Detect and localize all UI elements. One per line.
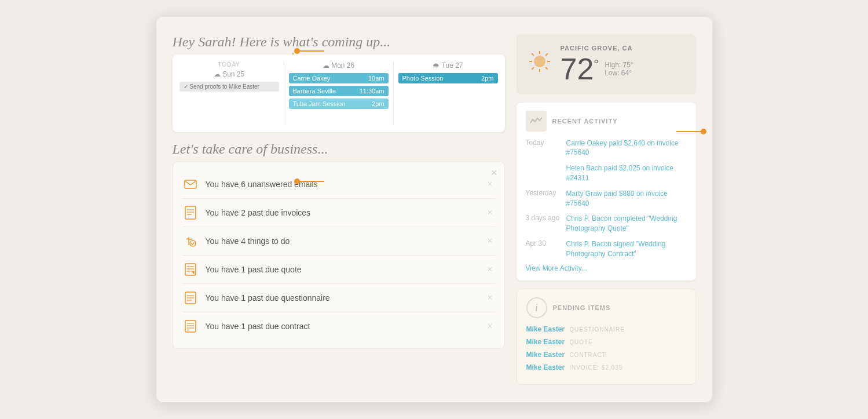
- pending-type-2: CONTRACT: [569, 352, 606, 358]
- task-questionnaire-text: You have 1 past due questionnaire: [206, 293, 485, 303]
- svg-point-18: [534, 56, 545, 67]
- email-icon: [182, 176, 199, 192]
- task-invoice-text: You have 2 past due invoices: [206, 208, 485, 217]
- event-carrie-oakey[interactable]: Carrie Oakey 10am: [289, 73, 389, 83]
- day-sun-label: TODAY ☁ Sun 25: [180, 61, 279, 78]
- main-card: Hey Sarah! Here is what's coming up... T…: [156, 17, 712, 403]
- day-tue-label: 🌧 Tue 27: [398, 61, 498, 70]
- activity-item-2: Yesterday Marty Graw paid $880 on invoic…: [526, 189, 687, 209]
- event-photo-session[interactable]: Photo Session 2pm: [398, 73, 498, 83]
- activity-date-3: 3 days ago: [526, 214, 561, 234]
- weather-temperature: 72°: [561, 54, 599, 84]
- activity-header: RECENT ACTIVITY: [526, 111, 687, 132]
- activity-title: RECENT ACTIVITY: [552, 118, 618, 125]
- task-invoice: You have 2 past due invoices ×: [182, 199, 495, 227]
- pending-item-0: Mike Easter QUESTIONNAIRE: [526, 325, 686, 333]
- tasks-widget: × You have 6 unanswered emails ×: [173, 162, 505, 349]
- svg-line-25: [545, 53, 548, 56]
- task-contract-dismiss[interactable]: ×: [485, 319, 495, 334]
- activity-widget: RECENT ACTIVITY Today Carrie Oakey paid …: [517, 103, 696, 281]
- pending-type-1: QUOTE: [569, 339, 593, 345]
- task-email: You have 6 unanswered emails ×: [182, 170, 495, 199]
- weather-temp-row: 72° High: 75° Low: 64°: [561, 54, 633, 84]
- pending-type-0: QUESTIONNAIRE: [569, 326, 625, 333]
- activity-date-0: Today: [526, 139, 561, 158]
- today-badge: TODAY: [180, 61, 279, 68]
- activity-item-1: Helen Bach paid $2,025 on invoice #24311: [526, 163, 687, 183]
- schedule-widget: TODAY ☁ Sun 25 ✓ Send proofs to Mike Eas…: [173, 54, 505, 132]
- weather-widget: PACIFIC GROVE, CA 72° High: 75° Low: 64°: [517, 34, 696, 94]
- tasks-header: Let's take care of business...: [173, 141, 505, 157]
- activity-item-4: Apr 30 Chris P. Bacon signed "Wedding Ph…: [526, 239, 687, 259]
- left-column: Hey Sarah! Here is what's coming up... T…: [173, 34, 505, 385]
- quote-icon: [182, 261, 199, 278]
- invoice-icon: [182, 205, 199, 221]
- activity-text-3[interactable]: Chris P. Bacon completed "Wedding Photog…: [566, 214, 687, 234]
- pending-name-0[interactable]: Mike Easter: [526, 325, 565, 333]
- svg-line-23: [532, 53, 534, 56]
- sun-icon: [528, 50, 551, 78]
- pending-name-3[interactable]: Mike Easter: [526, 363, 565, 371]
- activity-text-1[interactable]: Helen Bach paid $2,025 on invoice #24311: [566, 163, 687, 183]
- schedule-day-sun: TODAY ☁ Sun 25 ✓ Send proofs to Mike Eas…: [180, 61, 279, 125]
- task-questionnaire: You have 1 past due questionnaire ×: [182, 284, 495, 312]
- pending-item-1: Mike Easter QUOTE: [526, 338, 686, 346]
- svg-rect-0: [185, 180, 196, 188]
- schedule-header: Hey Sarah! Here is what's coming up...: [173, 34, 505, 50]
- activity-date-4: Apr 30: [526, 239, 561, 259]
- pending-title: PENDING ITEMS: [553, 304, 611, 311]
- task-invoice-dismiss[interactable]: ×: [485, 205, 495, 220]
- task-quote-text: You have 1 past due quote: [206, 265, 485, 274]
- task-todo-dismiss[interactable]: ×: [485, 234, 495, 249]
- weather-info: PACIFIC GROVE, CA 72° High: 75° Low: 64°: [561, 45, 633, 84]
- task-todo: You have 4 things to do ×: [182, 227, 495, 256]
- activity-date-1: [526, 163, 561, 183]
- task-quote: You have 1 past due quote ×: [182, 256, 495, 284]
- schedule-arrow: [292, 53, 294, 54]
- questionnaire-icon: [182, 290, 199, 306]
- activity-text-2[interactable]: Marty Graw paid $880 on invoice #75640: [566, 189, 687, 209]
- contract-icon: [182, 318, 199, 334]
- pending-name-2[interactable]: Mike Easter: [526, 351, 565, 359]
- activity-icon: [526, 111, 547, 132]
- pending-widget: i PENDING ITEMS Mike Easter QUESTIONNAIR…: [517, 289, 696, 385]
- task-email-dismiss[interactable]: ×: [485, 177, 495, 192]
- task-contract: You have 1 past due contract ×: [182, 312, 495, 340]
- task-contract-text: You have 1 past due contract: [206, 322, 485, 331]
- day-mon-label: ☁ Mon 26: [289, 61, 389, 70]
- task-email-text: You have 6 unanswered emails: [206, 180, 485, 189]
- activity-item-0: Today Carrie Oakey paid $2,640 on invoic…: [526, 139, 687, 158]
- activity-text-0[interactable]: Carrie Oakey paid $2,640 on invoice #756…: [566, 139, 687, 158]
- event-send-proofs[interactable]: ✓ Send proofs to Mike Easter: [180, 82, 279, 92]
- weather-city: PACIFIC GROVE, CA: [561, 45, 633, 52]
- task-quote-dismiss[interactable]: ×: [485, 262, 495, 277]
- view-more-activity[interactable]: View More Activity...: [526, 264, 687, 272]
- pending-icon: i: [526, 297, 547, 318]
- pending-name-1[interactable]: Mike Easter: [526, 338, 565, 346]
- schedule-day-tue: 🌧 Tue 27 Photo Session 2pm: [393, 61, 498, 125]
- svg-line-24: [545, 67, 548, 70]
- schedule-days: TODAY ☁ Sun 25 ✓ Send proofs to Mike Eas…: [180, 61, 498, 125]
- activity-item-3: 3 days ago Chris P. Bacon completed "Wed…: [526, 214, 687, 234]
- activity-date-2: Yesterday: [526, 189, 561, 209]
- pending-type-3: INVOICE: $2,035: [569, 365, 622, 371]
- pending-item-3: Mike Easter INVOICE: $2,035: [526, 363, 686, 371]
- task-questionnaire-dismiss[interactable]: ×: [485, 290, 495, 305]
- svg-rect-1: [185, 206, 196, 219]
- schedule-day-mon: ☁ Mon 26 Carrie Oakey 10am Barbara Sevil…: [284, 61, 389, 125]
- task-todo-text: You have 4 things to do: [206, 236, 485, 246]
- right-column: PACIFIC GROVE, CA 72° High: 75° Low: 64°: [517, 34, 696, 385]
- weather-hi-lo: High: 75° Low: 64°: [605, 61, 633, 77]
- pending-item-2: Mike Easter CONTRACT: [526, 351, 686, 359]
- svg-rect-14: [185, 320, 196, 332]
- pending-header: i PENDING ITEMS: [526, 297, 686, 318]
- event-tuba-jam[interactable]: Tuba Jam Session 2pm: [289, 99, 389, 109]
- tasks-section: Let's take care of business... × Y: [173, 141, 505, 349]
- activity-text-4[interactable]: Chris P. Bacon signed "Wedding Photograp…: [566, 239, 687, 259]
- svg-line-26: [532, 67, 534, 70]
- event-barbara-seville[interactable]: Barbara Seville 11:30am: [289, 86, 389, 96]
- schedule-section: Hey Sarah! Here is what's coming up... T…: [173, 34, 505, 132]
- todo-icon: [182, 233, 199, 249]
